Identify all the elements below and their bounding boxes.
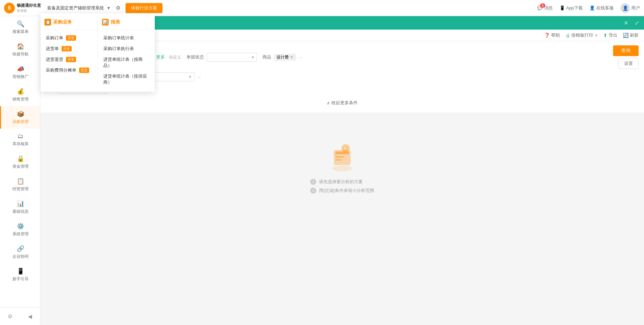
sidebar-item-purchase-label: 采购管理 <box>12 119 29 125</box>
hint-text-2: 用[过滤]条件来缩小分析范围 <box>319 188 374 194</box>
collapse-icon: ∧ <box>327 100 330 106</box>
purchase-col-icon: 📋 <box>44 19 51 26</box>
export-icon: ⬆ <box>603 33 607 38</box>
content-area: 首页 销售排行榜 ✕ ✕ ⤢ 📋 采购业务 <box>40 16 644 325</box>
sidebar-item-sales[interactable]: 💰 销售管理 <box>0 84 40 106</box>
sidebar-item-marketing[interactable]: 📣 营销推广 <box>0 61 40 84</box>
header-right: 💬 6 消息 📱 App下载 👤 在线客服 👤 用户 <box>537 3 640 13</box>
sidebar-item-search[interactable]: 🔍 搜索菜单 <box>0 16 40 39</box>
purchase-business-col: 📋 采购业务 采购订单 历史 进货单 历史 进货退货 历史 <box>40 17 98 88</box>
salesperson-filter-ellipsis[interactable]: ··· <box>197 74 201 79</box>
tab-expand-btn[interactable]: ⤢ <box>632 18 641 28</box>
system-icon: ⚙️ <box>17 222 24 230</box>
sidebar-collapse-btn[interactable]: ◀ <box>25 311 35 322</box>
settings-button[interactable]: 设置 <box>618 58 639 69</box>
sidebar-item-enterprise-label: 企业协同 <box>12 254 29 259</box>
goods-tag-close[interactable]: ✕ <box>290 55 293 59</box>
action-buttons: 查询 设置 <box>613 45 639 69</box>
report-col-title: 📊 报表 <box>102 17 151 30</box>
dropdown-item-goods-return-label: 进货退货 <box>46 56 63 63</box>
sidebar-item-system[interactable]: ⚙️ 系统管理 <box>0 218 40 241</box>
empty-illustration: ! <box>325 140 359 173</box>
print-button[interactable]: 🖨 按模板打印 ▼ <box>565 32 598 38</box>
system-title-dropdown[interactable]: ▼ <box>107 6 111 10</box>
collapse-button[interactable]: ∧ 收起更多条件 <box>46 97 639 109</box>
user-avatar: 👤 <box>620 3 630 13</box>
sidebar-item-sales-label: 销售管理 <box>12 96 29 102</box>
svg-point-0 <box>332 166 352 171</box>
system-title: 装备及固定资产辅助管理系统 <box>47 5 104 11</box>
svg-rect-4 <box>335 159 342 161</box>
user-item[interactable]: 👤 用户 <box>620 3 640 13</box>
sidebar-item-finance[interactable]: 🔒 资金管理 <box>0 151 40 173</box>
sidebar-item-search-label: 搜索菜单 <box>12 29 29 35</box>
voucher-status-label: 单据状态 <box>186 54 204 60</box>
help-button[interactable]: ❓ 帮助 <box>544 32 560 38</box>
export-button[interactable]: ⬆ 导出 <box>603 32 617 38</box>
dropdown-item-goods-return[interactable]: 进货退货 历史 <box>44 54 94 65</box>
empty-state: ! 1 请先选择要分析的方案 2 用[过滤]条件来缩小分析范围 <box>40 113 644 220</box>
svg-text:!: ! <box>344 146 346 151</box>
refresh-button[interactable]: 🔄 刷新 <box>623 32 639 38</box>
svg-rect-3 <box>335 156 344 158</box>
nav-title-area: 装备及固定资产辅助管理系统 ▼ ⚙ 体验行业方案 <box>44 3 537 13</box>
date-custom-label[interactable]: 自定义 <box>169 54 181 60</box>
sidebar-item-enterprise[interactable]: 🔗 企业协同 <box>0 241 40 263</box>
tabs-right: ✕ ⤢ <box>621 18 644 28</box>
collapse-label: 收起更多条件 <box>331 100 358 106</box>
print-icon: 🖨 <box>565 33 570 38</box>
sidebar-item-guide[interactable]: 📱 新手引导 <box>0 263 40 286</box>
voucher-status-select[interactable] <box>207 53 257 62</box>
dropdown-item-po-stats[interactable]: 采购订单统计表 <box>102 33 151 43</box>
dropdown-item-goods-receipt[interactable]: 进货单 历史 <box>44 43 94 54</box>
history-badge-goods-receipt: 历史 <box>62 46 72 51</box>
empty-hint-1: 1 请先选择要分析的方案 <box>310 179 374 185</box>
history-badge-purchase-order: 历史 <box>66 35 76 41</box>
sidebar-item-basic-info[interactable]: 📊 基础信息 <box>0 196 40 218</box>
app-download-label: App下载 <box>566 5 583 11</box>
industry-button[interactable]: 体验行业方案 <box>126 3 163 13</box>
dropdown-item-goods-receipt-label: 进货单 <box>46 46 59 52</box>
settings-icon[interactable]: ⚙ <box>113 3 123 13</box>
purchase-business-title: 📋 采购业务 <box>44 17 94 30</box>
date-more-link[interactable]: 更多 <box>156 54 165 60</box>
dropdown-item-receipt-stats-goods[interactable]: 进货单统计表（按商品） <box>102 54 151 71</box>
marketing-icon: 📣 <box>17 65 24 73</box>
dropdown-item-receipt-stats-supplier[interactable]: 进货单统计表（按供应商） <box>102 71 151 88</box>
dropdown-item-purchase-expense[interactable]: 采购费用分摊单 历史 <box>44 65 94 76</box>
sidebar-settings-btn[interactable]: ⚙ <box>5 311 15 322</box>
print-dropdown-icon[interactable]: ▼ <box>595 34 598 37</box>
sidebar-item-finance-label: 资金管理 <box>12 164 29 169</box>
app-download-item[interactable]: 📱 App下载 <box>560 5 583 11</box>
sidebar-item-navigation-label: 快捷导航 <box>12 51 29 57</box>
sidebar-item-inventory-label: 库存核算 <box>12 141 29 147</box>
dropdown-item-po-exec-label: 采购订单执行表 <box>103 46 134 52</box>
tab-close-all-btn[interactable]: ✕ <box>621 18 631 28</box>
goods-label: 商品 <box>262 54 271 60</box>
goods-filter-ellipsis[interactable]: ··· <box>299 55 302 60</box>
logo-icon: 6 <box>4 3 15 13</box>
service-icon: 👤 <box>589 5 595 10</box>
messages-badge: 6 <box>540 3 545 8</box>
sidebar-bottom: ⚙ ◀ <box>0 307 40 325</box>
main-layout: 🔍 搜索菜单 🏠 快捷导航 📣 营销推广 💰 销售管理 📦 采购管理 🗂 库存核… <box>0 16 644 325</box>
sidebar-item-purchase[interactable]: 📦 采购管理 <box>0 106 40 129</box>
filter-voucher-status: 单据状态 ▼ <box>186 53 257 62</box>
goods-tag-text: 设计费 <box>277 54 289 60</box>
query-button[interactable]: 查询 <box>613 45 639 56</box>
dropdown-item-purchase-order-label: 采购订单 <box>46 35 63 41</box>
dropdown-item-po-exec[interactable]: 采购订单执行表 <box>102 43 151 54</box>
dropdown-item-po-stats-label: 采购订单统计表 <box>103 35 134 41</box>
dropdown-item-purchase-order[interactable]: 采购订单 历史 <box>44 33 94 43</box>
sidebar-item-guide-label: 新手引导 <box>12 276 29 282</box>
sidebar-item-operations[interactable]: 📋 经营管理 <box>0 173 40 196</box>
hint-num-2: 2 <box>310 188 316 194</box>
voucher-status-select-wrap: ▼ <box>207 53 257 62</box>
logo-text: 畅捷通好生意 标准版 <box>17 3 41 13</box>
goods-tag: 设计费 ✕ <box>274 54 296 61</box>
sidebar-item-inventory[interactable]: 🗂 库存核算 <box>0 129 40 151</box>
messages-item[interactable]: 💬 6 消息 <box>537 5 553 11</box>
sidebar-item-navigation[interactable]: 🏠 快捷导航 <box>0 39 40 61</box>
online-service-item[interactable]: 👤 在线客服 <box>589 5 614 11</box>
sidebar-item-system-label: 系统管理 <box>12 231 29 237</box>
